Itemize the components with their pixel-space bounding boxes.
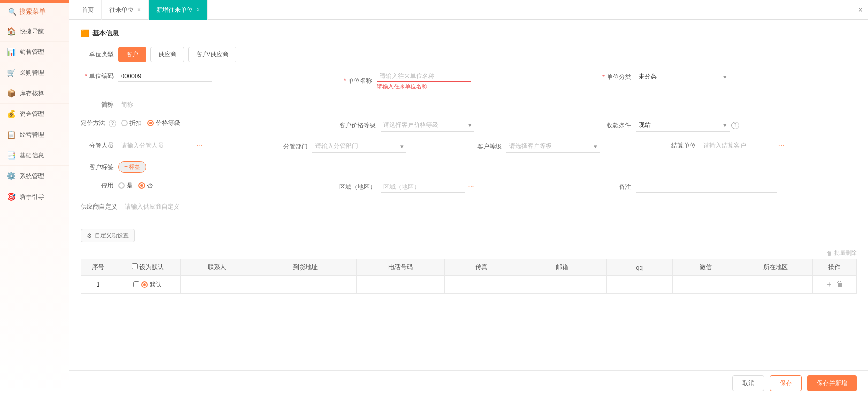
fax-input[interactable] [463, 281, 500, 288]
pricing-discount-option[interactable]: 折扣 [121, 119, 142, 127]
search-icon: 🔍 [8, 8, 16, 16]
tab-new-partner-close[interactable]: × [197, 7, 200, 13]
default-radio[interactable] [141, 281, 148, 288]
settlement-unit-input[interactable] [700, 140, 776, 151]
supplier-custom-group: 供应商自定义 [81, 201, 857, 212]
col-phone: 电话号码 [357, 259, 445, 276]
pricing-level-option[interactable]: 价格等级 [147, 119, 180, 127]
tab-new-partner-label: 新增往来单位 [156, 6, 193, 14]
delete-row-btn[interactable]: 🗑 [836, 280, 844, 288]
save-add-button[interactable]: 保存并新增 [807, 375, 857, 391]
pricing-discount-radio[interactable] [121, 120, 128, 126]
contact-table: 序号 设为默认 联系人 到货地址 电话号码 传真 邮箱 qq 微信 所在地区 操… [81, 259, 857, 294]
manager-row: 分管人员 ··· 分管部门 请输入分管部门 ▾ 客户等级 请选择客户等级 ▾ 结… [81, 140, 857, 153]
sidebar-item-guide[interactable]: 🎯 新手引导 [0, 186, 69, 207]
region-label: 区域（地区） [339, 183, 381, 191]
tab-partners[interactable]: 往来单位 × [102, 0, 149, 20]
unit-type-both-btn[interactable]: 客户/供应商 [188, 47, 236, 62]
sidebar-label-system: 系统管理 [20, 172, 44, 180]
supplier-custom-input[interactable] [122, 201, 225, 212]
settlement-more-btn[interactable]: ··· [778, 141, 784, 150]
manager-input[interactable] [118, 140, 193, 151]
customer-price-level-select[interactable]: 请选择客户价格等级 ▾ [381, 119, 474, 132]
sidebar-item-basic-info[interactable]: 📑 基础信息 [0, 145, 69, 166]
customer-level-select[interactable]: 请选择客户等级 ▾ [506, 140, 600, 153]
cell-seq: 1 [81, 276, 115, 294]
location-input[interactable] [757, 281, 794, 288]
disabled-no-option[interactable]: 否 [138, 181, 153, 190]
payment-help-icon[interactable]: ? [731, 122, 739, 129]
select-all-checkbox[interactable] [132, 263, 138, 269]
pricing-level-radio[interactable] [147, 120, 154, 126]
disabled-yes-option[interactable]: 是 [118, 181, 133, 190]
email-input[interactable] [539, 281, 586, 288]
payment-terms-label: 收款条件 [598, 121, 636, 130]
sidebar-item-system[interactable]: ⚙️ 系统管理 [0, 166, 69, 186]
unit-name-input[interactable] [377, 70, 471, 82]
settlement-unit-label: 结算单位 [663, 141, 700, 150]
gear-icon: ⚙ [87, 233, 92, 239]
tab-home-label: 首页 [82, 6, 94, 14]
notes-input[interactable] [636, 181, 777, 193]
cancel-button[interactable]: 取消 [732, 375, 764, 391]
cell-wechat [672, 276, 739, 294]
unit-type-supplier-btn[interactable]: 供应商 [150, 47, 184, 62]
unit-type-customer-btn[interactable]: 客户 [118, 47, 146, 62]
disabled-yes-radio[interactable] [118, 182, 125, 189]
trash-icon: 🗑 [827, 250, 832, 256]
default-radio-label[interactable]: 默认 [141, 280, 162, 289]
unit-code-label: 单位编码 [81, 72, 118, 80]
phone-input[interactable] [377, 281, 424, 288]
disabled-label: 停用 [81, 181, 118, 190]
sidebar-label-sales: 销售管理 [20, 48, 44, 56]
cell-contact [180, 276, 254, 294]
sidebar-item-sales[interactable]: 📊 销售管理 [0, 42, 69, 62]
supplier-custom-row: 供应商自定义 [81, 201, 857, 212]
col-region: 所在地区 [739, 259, 813, 276]
disabled-no-radio[interactable] [138, 182, 145, 189]
sidebar-item-finance[interactable]: 💰 资金管理 [0, 104, 69, 124]
unit-code-input[interactable] [118, 70, 212, 82]
department-select[interactable]: 请输入分管部门 ▾ [312, 140, 406, 153]
pricing-method-group: 定价方法 ? 折扣 价格等级 [81, 119, 339, 127]
batch-delete-label[interactable]: 批量删除 [834, 249, 857, 257]
row-checkbox[interactable] [133, 281, 139, 287]
contact-input[interactable] [198, 281, 236, 288]
region-input[interactable] [381, 181, 465, 193]
tab-home[interactable]: 首页 [74, 0, 102, 20]
sidebar-item-inventory[interactable]: 📦 库存核算 [0, 83, 69, 104]
wechat-input[interactable] [689, 281, 722, 288]
unit-category-select[interactable]: 未分类 ▾ [636, 70, 730, 83]
qq-input[interactable] [623, 281, 656, 288]
col-contact: 联系人 [180, 259, 254, 276]
department-label: 分管部门 [275, 142, 312, 151]
col-wechat: 微信 [672, 259, 739, 276]
payment-terms-select[interactable]: 现结 ▾ [636, 119, 730, 132]
add-row-btn[interactable]: ＋ [825, 280, 833, 288]
address-input[interactable] [277, 281, 334, 288]
operations-icon: 📋 [7, 130, 16, 139]
tab-partners-close[interactable]: × [137, 7, 141, 13]
pricing-method-label: 定价方法 ? [81, 119, 121, 127]
region-more-btn[interactable]: ··· [468, 183, 474, 191]
tag-group: 客户标签 + 标签 [81, 161, 857, 173]
unit-name-group: 单位名称 请输入往来单位名称 [339, 70, 598, 91]
sidebar-item-quick-nav[interactable]: 🏠 快捷导航 [0, 21, 69, 42]
sidebar-item-operations[interactable]: 📋 经营管理 [0, 124, 69, 145]
section-title-text: 基本信息 [92, 29, 119, 38]
custom-settings-btn[interactable]: ⚙ 自定义项设置 [81, 229, 135, 242]
pricing-radio-group: 折扣 价格等级 [121, 119, 180, 127]
tab-new-partner[interactable]: 新增往来单位 × [149, 0, 208, 20]
tag-label: 客户标签 [81, 163, 118, 171]
pricing-help-icon[interactable]: ? [109, 120, 116, 127]
save-button[interactable]: 保存 [770, 375, 802, 391]
sidebar-search[interactable]: 🔍 搜索菜单 [0, 3, 69, 21]
pricing-level-label: 价格等级 [156, 119, 180, 127]
tab-bar: 首页 往来单位 × 新增往来单位 × ✕ [69, 0, 868, 20]
add-tag-btn[interactable]: + 标签 [118, 161, 146, 173]
disabled-yes-label: 是 [127, 181, 133, 190]
manager-more-btn[interactable]: ··· [196, 141, 202, 150]
sidebar-item-purchase[interactable]: 🛒 采购管理 [0, 62, 69, 83]
short-name-input[interactable] [118, 99, 212, 110]
close-all-tabs[interactable]: ✕ [858, 6, 863, 14]
